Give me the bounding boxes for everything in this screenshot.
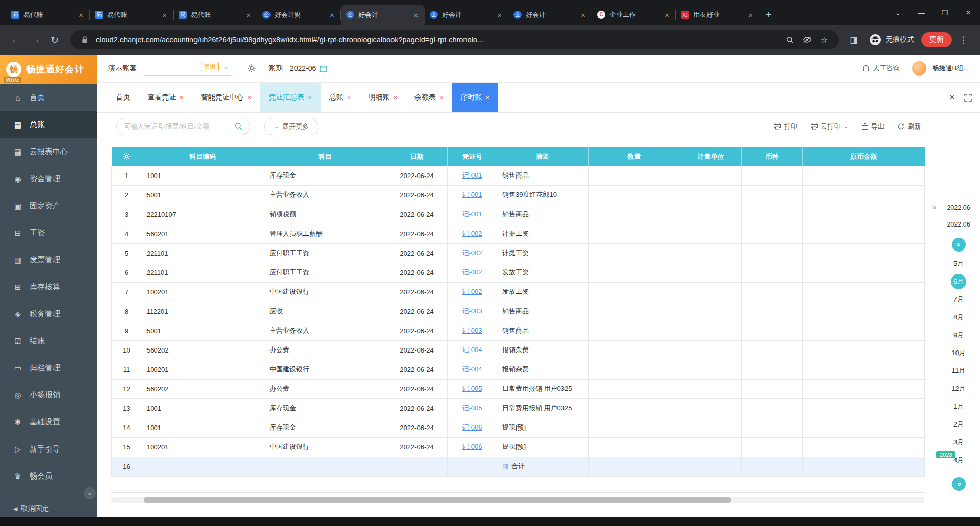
unpin-sidebar-button[interactable]: ◀ 取消固定 <box>13 504 49 513</box>
table-row[interactable]: 12560202办公费2022-06-24记-005日常费用报销 用户0325 <box>112 379 925 398</box>
tab-close-icon[interactable]: × <box>308 94 312 102</box>
voucher-link[interactable]: 记-006 <box>462 423 482 431</box>
sidebar-item-guide[interactable]: ▷新手引导 <box>0 436 97 463</box>
table-row[interactable]: 95001主营业务收入2022-06-24记-003销售商品 <box>112 321 925 340</box>
sidebar-item-inventory[interactable]: ⊞库存核算 <box>0 273 97 300</box>
tab-close-icon[interactable]: × <box>486 94 490 102</box>
tab-close-icon[interactable]: × <box>579 11 587 19</box>
tab-close-icon[interactable]: × <box>244 11 252 19</box>
month-item[interactable]: 5月 <box>949 255 968 272</box>
tab-close-icon[interactable]: × <box>747 11 754 19</box>
table-row[interactable]: 6221101应付职工工资2022-06-24记-002发放工资 <box>112 263 925 282</box>
month-item[interactable]: 12月 <box>949 380 968 397</box>
tab-close-icon[interactable]: × <box>180 94 184 102</box>
url-bar[interactable]: cloud2.chanjet.com/accounting/uh26t264j5… <box>70 30 839 49</box>
scroll-down-icon[interactable]: « <box>952 477 966 491</box>
month-item[interactable]: 1月 <box>949 397 968 415</box>
tab-close-icon[interactable]: × <box>248 94 252 102</box>
sidebar-item-member[interactable]: ♛畅会员 <box>0 463 97 490</box>
table-row[interactable]: 25001主营业务收入2022-06-24记-001销售39度红花郎10 <box>112 185 925 205</box>
side-panel-icon[interactable]: ◨ <box>846 35 862 45</box>
page-tab[interactable]: 明细账× <box>359 83 406 112</box>
incognito-profile-chip[interactable]: 无痕模式 <box>864 34 919 46</box>
zoom-icon[interactable] <box>783 36 796 44</box>
page-tab[interactable]: 查看凭证× <box>139 83 192 112</box>
month-item[interactable]: 7月 <box>949 290 968 308</box>
sidebar-item-tax[interactable]: ◈税务管理 <box>0 300 97 328</box>
table-row[interactable]: 5221101应付职工工资2022-06-24记-002计提工资 <box>112 243 925 263</box>
fullscreen-icon[interactable] <box>964 94 972 102</box>
month-item[interactable]: 10月 <box>949 344 968 362</box>
table-row[interactable]: 11001库存现金2022-06-24记-001销售商品 <box>112 166 925 185</box>
table-row[interactable]: 141001库存现金2022-06-24记-006提现[预] <box>112 418 925 437</box>
sidebar-item-expense[interactable]: ◎小畅报销 <box>0 382 97 409</box>
search-icon[interactable] <box>235 122 242 130</box>
bookmark-star-icon[interactable]: ☆ <box>818 35 830 45</box>
panel-collapse-icon[interactable]: » <box>932 203 936 211</box>
scrollbar-thumb[interactable] <box>144 497 731 503</box>
tab-search-icon[interactable]: ⌄ <box>886 0 910 25</box>
browser-tab[interactable]: 易易代账× <box>90 5 174 25</box>
browser-tab[interactable]: 会好会计财× <box>257 5 341 25</box>
account-set-select[interactable]: 禁用 ⌄ <box>144 62 231 76</box>
refresh-icon[interactable]: ↻ <box>46 31 63 48</box>
tab-close-icon[interactable]: × <box>663 11 671 19</box>
close-window-button[interactable]: × <box>957 0 980 25</box>
page-tab[interactable]: 首页 <box>107 83 139 112</box>
close-all-tabs-icon[interactable]: × <box>949 92 955 103</box>
sidebar-item-salary[interactable]: ⊟工资 <box>0 219 97 246</box>
content-blocked-eye-icon[interactable] <box>801 36 813 43</box>
expand-more-button[interactable]: ⌄ 展开更多 <box>264 118 318 135</box>
search-input[interactable] <box>124 122 231 130</box>
forward-icon[interactable]: → <box>27 31 44 48</box>
tab-close-icon[interactable]: × <box>439 94 444 102</box>
sidebar-item-archive[interactable]: ▭归档管理 <box>0 355 97 382</box>
sidebar-item-settings[interactable]: ✱基础设置 <box>0 409 97 436</box>
sidebar-item-home[interactable]: ⌂首页 <box>0 84 97 111</box>
month-item[interactable]: 11月 <box>949 362 968 380</box>
month-item[interactable]: 3月 <box>949 433 968 451</box>
month-item[interactable]: 9月 <box>949 326 968 344</box>
voucher-link[interactable]: 记-005 <box>462 385 482 392</box>
tab-close-icon[interactable]: × <box>161 11 168 19</box>
settings-gear-icon[interactable] <box>247 64 256 73</box>
tab-close-icon[interactable]: × <box>347 94 351 102</box>
page-tab[interactable]: 余额表× <box>406 83 452 112</box>
browser-tab[interactable]: 易易代账× <box>6 5 90 25</box>
browser-tab[interactable]: 易易代账× <box>174 5 257 25</box>
page-tab[interactable]: 总账× <box>321 83 360 112</box>
export-button[interactable]: 导出 <box>862 122 885 131</box>
browser-tab[interactable]: 用用友好业× <box>676 5 760 25</box>
column-settings-gear-icon[interactable] <box>112 147 141 166</box>
table-row[interactable]: 7100201中国建设银行2022-06-24记-002发放工资 <box>112 282 925 302</box>
voucher-link[interactable]: 记-002 <box>462 249 482 257</box>
table-row[interactable]: 16▦合计 <box>112 457 925 476</box>
table-row[interactable]: 8112201应收2022-06-24记-003销售商品 <box>112 302 925 321</box>
voucher-link[interactable]: 记-002 <box>462 288 482 295</box>
month-item[interactable]: 8月 <box>949 308 968 326</box>
table-row[interactable]: 15100201中国建设银行2022-06-24记-006提现[预] <box>112 437 925 457</box>
voucher-link[interactable]: 记-004 <box>462 346 482 354</box>
refresh-button[interactable]: 刷新 <box>898 122 921 131</box>
voucher-link[interactable]: 记-006 <box>462 443 482 450</box>
voucher-link[interactable]: 记-004 <box>462 365 482 373</box>
page-tab[interactable]: 智能凭证中心× <box>192 83 260 112</box>
browser-tab[interactable]: 会好会计× <box>425 5 508 25</box>
voucher-link[interactable]: 记-001 <box>462 191 482 198</box>
maximize-button[interactable]: ❐ <box>933 0 957 25</box>
support-button[interactable]: 人工咨询 <box>862 64 899 73</box>
voucher-link[interactable]: 记-003 <box>462 307 482 315</box>
voucher-link[interactable]: 记-005 <box>462 404 482 412</box>
user-avatar[interactable] <box>912 61 927 76</box>
tab-close-icon[interactable]: × <box>77 11 85 19</box>
tab-close-icon[interactable]: × <box>328 11 336 19</box>
table-row[interactable]: 10560202办公费2022-06-24记-004报销杂费 <box>112 340 925 360</box>
tab-close-icon[interactable]: × <box>412 11 420 19</box>
period-picker[interactable]: 2022-06 <box>290 64 327 72</box>
page-tab[interactable]: 序时账× <box>452 83 499 112</box>
table-row[interactable]: 11100201中国建设银行2022-06-24记-004报销杂费 <box>112 360 925 379</box>
sidebar-collapse-icon[interactable]: ⌄ <box>84 487 96 499</box>
voucher-link[interactable]: 记-001 <box>462 171 482 179</box>
sidebar-item-funds[interactable]: ◉资金管理 <box>0 165 97 192</box>
new-tab-button[interactable]: + <box>760 9 779 25</box>
